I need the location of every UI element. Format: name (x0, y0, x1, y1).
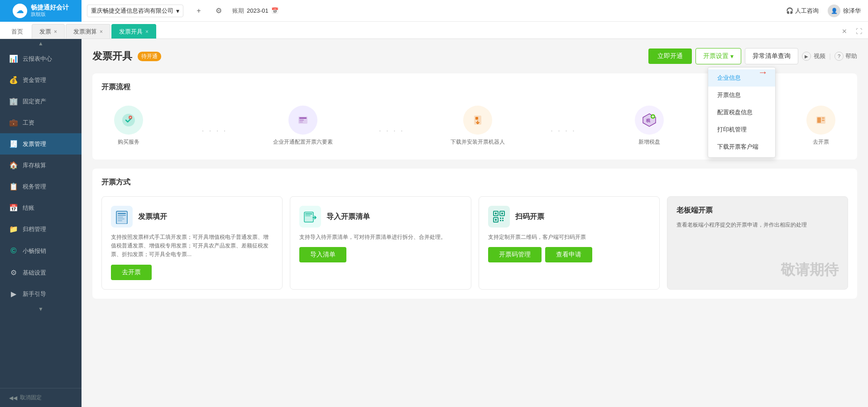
company-info-label: 企业信息 (717, 74, 741, 82)
sidebar-scroll-down[interactable]: ▼ (0, 305, 82, 314)
status-badge: 待开通 (138, 52, 161, 61)
tab-invoice-close[interactable]: × (54, 29, 57, 35)
tab-home[interactable]: 首页 (4, 24, 31, 39)
activate-button[interactable]: 立即开通 (648, 48, 692, 64)
sidebar-item-finance[interactable]: 💰 资金管理 (0, 69, 82, 91)
svg-rect-25 (118, 215, 126, 216)
tab-invoice[interactable]: 发票 × (32, 24, 65, 39)
svg-rect-21 (822, 120, 825, 121)
sidebar-label-inventory: 库存核算 (23, 161, 46, 170)
qr-manage-button[interactable]: 开票码管理 (488, 247, 542, 262)
view-application-button[interactable]: 查看申请 (545, 247, 592, 262)
sidebar-item-invoice-mgmt[interactable]: 🧾 发票管理 (0, 133, 82, 155)
flow-label-download: 下载并安装开票机器人 (451, 138, 505, 146)
salary-icon: 💼 (9, 118, 18, 127)
method-icon-manual (111, 206, 133, 228)
headset-icon: 🎧 (786, 7, 793, 14)
settings-button[interactable]: 开票设置 ▾ (695, 48, 741, 64)
play-icon[interactable]: ▶ (802, 52, 811, 61)
svg-rect-24 (118, 213, 126, 214)
flow-label-go-invoice: 去开票 (813, 138, 829, 146)
sidebar-item-tax[interactable]: 📋 税务管理 (0, 176, 82, 197)
sidebar-collapse[interactable]: ◀◀ 取消固定 (0, 388, 82, 407)
logo-text-area: 畅捷通好会计 旗舰版 (31, 4, 69, 18)
method-name-scan: 扫码开票 (515, 212, 544, 222)
main-layout: ▲ 📊 云报表中心 💰 资金管理 🏢 固定资产 💼 工资 🧾 发票管理 🏠 库存… (0, 39, 868, 407)
content-scrollable: 发票开具 待开通 立即开通 开票设置 ▾ 异常清单查询 ▶ 视频 (82, 39, 868, 407)
accounting-icon: 📅 (9, 204, 18, 212)
sidebar-item-asset[interactable]: 🏢 固定资产 (0, 91, 82, 112)
report-icon: 📊 (9, 54, 18, 63)
import-list-button[interactable]: 导入清单 (299, 247, 346, 262)
tab-invoice-issue[interactable]: 发票开具 × (111, 24, 156, 39)
sidebar-item-salary[interactable]: 💼 工资 (0, 112, 82, 133)
svg-rect-37 (501, 213, 503, 214)
dropdown-tax-config[interactable]: 配置税盘信息 (708, 104, 775, 121)
dropdown-arrow-icon: ▾ (176, 7, 179, 15)
method-header-scan: 扫码开票 (488, 206, 650, 228)
help-button[interactable]: ? 帮助 (834, 52, 857, 61)
sidebar-item-accounting[interactable]: 📅 结账 (0, 197, 82, 218)
sidebar-label-asset: 固定资产 (23, 97, 46, 106)
svg-rect-5 (299, 120, 304, 121)
sidebar-label-invoice-mgmt: 发票管理 (23, 140, 46, 148)
video-label[interactable]: 视频 (814, 52, 825, 60)
svg-rect-28 (118, 220, 122, 221)
flow-label-buy: 购买服务 (118, 138, 139, 146)
dropdown-download[interactable]: 下载开票客户端 (708, 138, 775, 155)
sidebar-item-report[interactable]: 📊 云报表中心 (0, 48, 82, 69)
sidebar-item-archive[interactable]: 📁 归档管理 (0, 218, 82, 240)
tax-icon: 📋 (9, 182, 18, 191)
sidebar-label-settings: 基础设置 (23, 269, 46, 277)
user-name: 徐泽华 (843, 7, 861, 15)
sidebar-item-report2[interactable]: © 小畅报销 (0, 240, 82, 262)
query-button[interactable]: 异常清单查询 (745, 48, 798, 64)
svg-rect-20 (822, 117, 825, 119)
calendar-icon[interactable]: 📅 (271, 7, 278, 14)
red-arrow-indicator: → (758, 67, 768, 78)
dropdown-invoice-info[interactable]: 开票信息 (708, 87, 775, 104)
sidebar-item-inventory[interactable]: 🏠 库存核算 (0, 155, 82, 176)
settings-dropdown: 企业信息 开票信息 配置税盘信息 打印机管理 (708, 67, 776, 158)
sidebar-label-guide: 新手引导 (23, 290, 46, 298)
flow-step-buy: + 购买服务 (101, 106, 156, 146)
flow-connector-3: · · · · (505, 116, 622, 136)
svg-rect-31 (305, 213, 312, 214)
go-invoice-button[interactable]: 去开票 (111, 265, 152, 280)
sidebar-label-tax: 税务管理 (23, 183, 46, 191)
asset-icon: 🏢 (9, 97, 18, 106)
content-area: 发票开具 待开通 立即开通 开票设置 ▾ 异常清单查询 ▶ 视频 (82, 39, 868, 407)
svg-rect-40 (502, 218, 504, 219)
svg-rect-42 (502, 220, 504, 221)
support-button[interactable]: 🎧 人工咨询 (786, 7, 819, 15)
user-info[interactable]: 👤 徐泽华 (828, 5, 861, 17)
method-card-scan: 扫码开票 支持定制开票二维码，客户端可扫码开票 开票码管理 查看申请 (479, 196, 660, 290)
sidebar-item-settings[interactable]: ⚙ 基础设置 (0, 262, 82, 283)
company-selector[interactable]: 重庆畅捷交通信息咨询有限公司 ▾ (87, 5, 183, 17)
method-header-boss: 老板端开票 (676, 206, 839, 215)
tab-invoice-issue-close[interactable]: × (145, 29, 149, 35)
flow-step-add-tax: 税 新增税盘 (622, 106, 676, 146)
settings-icon[interactable]: ⚙ (212, 5, 225, 17)
sidebar-label-finance: 资金管理 (23, 76, 46, 84)
svg-text:+: + (129, 116, 131, 119)
sidebar-label-report2: 小畅报销 (23, 247, 46, 255)
svg-rect-39 (500, 218, 501, 219)
dropdown-printer[interactable]: 打印机管理 (708, 121, 775, 138)
method-icon-scan (488, 206, 510, 228)
sidebar-item-guide[interactable]: ▶ 新手引导 (0, 283, 82, 305)
sidebar-scroll-up[interactable]: ▲ (0, 39, 82, 48)
svg-rect-19 (817, 117, 821, 123)
add-button[interactable]: + (192, 5, 205, 17)
flow-connector-2: · · · · (333, 116, 450, 136)
tab-close-btn[interactable]: ✕ (839, 26, 850, 37)
scan-buttons: 开票码管理 查看申请 (488, 247, 650, 262)
svg-rect-27 (118, 218, 125, 219)
tab-invoice-calc[interactable]: 发票测算 × (66, 24, 110, 39)
tab-expand-btn[interactable]: ⛶ (854, 26, 864, 37)
tab-bar-actions: ✕ ⛶ (839, 26, 864, 39)
overlay-text: 敬请期待 (781, 260, 839, 280)
svg-rect-4 (299, 117, 307, 119)
method-name-boss: 老板端开票 (676, 206, 713, 215)
tab-invoice-calc-close[interactable]: × (100, 29, 103, 35)
